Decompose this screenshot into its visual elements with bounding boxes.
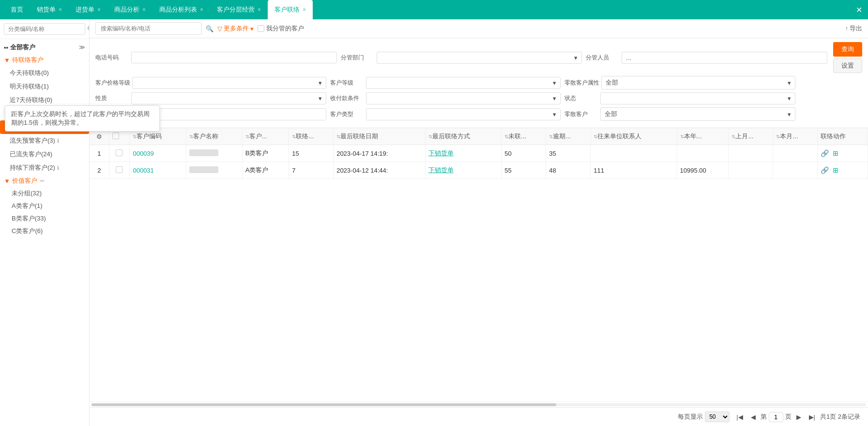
customer-tier-label: 客户等级: [330, 79, 364, 87]
value-customer-edit[interactable]: ✏: [40, 178, 45, 184]
filter-field-phone: 电话号码: [95, 52, 337, 63]
col-type-label: 客户...: [249, 132, 267, 140]
td-checkbox-1[interactable]: [109, 162, 130, 179]
sidebar-search-area: 🔍: [0, 19, 89, 39]
th-partner-contact[interactable]: 往来单位联系人: [591, 128, 677, 145]
per-page-area: 每页显示 50 100 200: [678, 411, 730, 422]
nav-product-analysis-close[interactable]: ×: [142, 6, 146, 13]
declining-info-icon[interactable]: ℹ: [57, 165, 59, 171]
lost-preview-info-icon[interactable]: ℹ: [57, 138, 59, 144]
nav-purchase-close[interactable]: ×: [97, 6, 101, 13]
last-page-button[interactable]: ▶|: [806, 412, 818, 422]
sidebar-item-ungrouped[interactable]: 未分组(32): [0, 187, 89, 200]
dept-select[interactable]: [377, 52, 582, 64]
nav-purchase[interactable]: 进货单 ×: [69, 0, 107, 19]
first-page-button[interactable]: |◀: [733, 412, 746, 422]
contact-action-icon-1[interactable]: 🔗: [821, 166, 829, 174]
th-last-method[interactable]: 最后联络方式: [425, 128, 501, 145]
th-last-date[interactable]: 最后联络日期: [334, 128, 426, 145]
sidebar-collapse-button[interactable]: ≫: [79, 44, 85, 51]
sidebar-item-class-a[interactable]: A类客户(1): [0, 200, 89, 212]
customer-type-select[interactable]: [366, 108, 561, 120]
manager-select[interactable]: ...: [622, 52, 827, 64]
nature-select[interactable]: [131, 92, 326, 104]
extra-select[interactable]: ...: [131, 108, 326, 120]
per-page-select[interactable]: 50 100 200: [705, 411, 730, 422]
contact-method-link-0[interactable]: 下销货单: [428, 149, 454, 157]
contact-action-icon-0[interactable]: 🔗: [821, 149, 829, 157]
row-checkbox-1[interactable]: [116, 166, 122, 173]
sidebar-item-lost[interactable]: 已流失客户(24): [0, 147, 89, 161]
nav-sales-close[interactable]: ×: [59, 6, 62, 13]
export-button[interactable]: ↑ 导出: [845, 24, 862, 33]
td-code-1[interactable]: 000031: [130, 162, 186, 179]
settings-button[interactable]: 设置: [833, 59, 862, 73]
contact-method-link-1[interactable]: 下销货单: [428, 166, 454, 174]
sidebar-item-7days[interactable]: 近7天待联络(0): [0, 93, 89, 107]
close-app-button[interactable]: ✕: [856, 5, 862, 15]
nav-customer-tier[interactable]: 客户分层经营 ×: [210, 0, 268, 19]
filter-search-button[interactable]: 🔍: [206, 25, 213, 32]
td-method-0[interactable]: 下销货单: [425, 145, 501, 162]
th-this-year[interactable]: 本年...: [677, 128, 729, 145]
page-number-input[interactable]: [769, 412, 783, 422]
td-method-1[interactable]: 下销货单: [425, 162, 501, 179]
more-conditions-button[interactable]: ▽ 更多条件 ▾: [217, 24, 254, 33]
sidebar-item-class-c[interactable]: C类客户(6): [0, 225, 89, 237]
scrollbar-track[interactable]: [91, 403, 866, 406]
td-type-0: B类客户: [242, 145, 289, 162]
th-contact-count[interactable]: 联络...: [289, 128, 334, 145]
payment-select[interactable]: [366, 92, 561, 104]
row-checkbox-0[interactable]: [116, 149, 122, 156]
th-this-month[interactable]: 本月...: [773, 128, 818, 145]
prev-page-button[interactable]: ◀: [748, 412, 759, 422]
filter-field-customer-tier: 客户等级: [330, 77, 561, 89]
scattered-attr-select[interactable]: 全部: [601, 76, 795, 89]
header-checkbox[interactable]: [112, 132, 119, 139]
th-name[interactable]: 客户名称: [186, 128, 242, 145]
nav-customer-contact[interactable]: 客户联络 ×: [268, 0, 313, 19]
menu-action-icon-0[interactable]: ⊞: [833, 149, 838, 157]
sidebar-search-input[interactable]: [4, 23, 85, 35]
td-name-1[interactable]: [186, 162, 242, 179]
price-tier-label: 客户价格等级: [95, 79, 130, 87]
my-customer-checkbox[interactable]: [258, 25, 264, 32]
td-checkbox-0[interactable]: [109, 145, 130, 162]
pending-contact-group[interactable]: ▼ 待联络客户: [0, 54, 89, 66]
nav-customer-contact-close[interactable]: ×: [303, 6, 306, 13]
next-page-button[interactable]: ▶: [793, 412, 804, 422]
sidebar-item-today[interactable]: 今天待联络(0): [0, 66, 89, 80]
td-year-1: 10995.00: [677, 162, 729, 179]
query-button[interactable]: 查询: [833, 42, 862, 57]
phone-input[interactable]: [131, 52, 337, 63]
th-customer-type[interactable]: 客户...: [242, 128, 289, 145]
sidebar-item-class-b[interactable]: B类客户(33): [0, 212, 89, 225]
scrollbar-thumb[interactable]: [91, 403, 556, 406]
nav-home[interactable]: 首页: [4, 0, 30, 19]
sidebar-item-class-c-label: C类客户(6): [12, 227, 43, 235]
menu-action-icon-1[interactable]: ⊞: [833, 166, 838, 174]
th-overdue[interactable]: 逾期...: [546, 128, 591, 145]
value-customer-group[interactable]: ▼ 价值客户 ✏: [0, 175, 89, 187]
nav-product-list[interactable]: 商品分析列表 ×: [152, 0, 210, 19]
nav-product-analysis[interactable]: 商品分析 ×: [107, 0, 152, 19]
th-no-contact[interactable]: 未联...: [502, 128, 546, 145]
td-name-0[interactable]: [186, 145, 242, 162]
horizontal-scrollbar[interactable]: [90, 401, 868, 407]
td-code-0[interactable]: 000039: [130, 145, 186, 162]
th-last-month[interactable]: 上月...: [729, 128, 773, 145]
status-select[interactable]: [600, 92, 795, 104]
td-overdue-1: 48: [546, 162, 591, 179]
sidebar-item-lost-preview[interactable]: 流失预警客户(3) ℹ: [0, 134, 89, 147]
search-input[interactable]: [95, 22, 202, 35]
price-tier-select[interactable]: [132, 77, 326, 89]
sidebar-item-tomorrow[interactable]: 明天待联络(1): [0, 80, 89, 93]
nav-sales[interactable]: 销货单 ×: [30, 0, 69, 19]
settings-column-icon[interactable]: [96, 133, 102, 140]
scattered-select[interactable]: 全部: [600, 107, 795, 121]
sidebar-item-declining[interactable]: 持续下滑客户(2) ℹ: [0, 161, 89, 175]
my-customer-checkbox-area[interactable]: 我分管的客户: [258, 24, 304, 33]
customer-tier-select[interactable]: [366, 77, 561, 89]
nav-customer-tier-close[interactable]: ×: [258, 6, 261, 13]
nav-product-list-close[interactable]: ×: [200, 6, 203, 13]
